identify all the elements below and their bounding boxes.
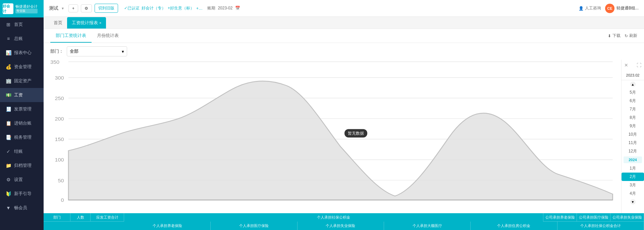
- tax-icon: 📑: [5, 135, 11, 140]
- month-item-10[interactable]: 10月: [622, 130, 644, 139]
- tab-salary-report[interactable]: 工资统计报表 ×: [67, 17, 106, 29]
- month-item-1[interactable]: 1月: [622, 164, 644, 173]
- salary-chart: 0 50 100 150 200 250 300 350: [50, 60, 617, 210]
- sidebar-item-ledger[interactable]: ≡ 总账: [0, 32, 44, 46]
- reports-icon: 📊: [5, 50, 11, 55]
- calendar-icon[interactable]: 📅: [235, 6, 240, 10]
- topbar-dropdown-icon[interactable]: ▾: [62, 6, 64, 11]
- th-personal-large-med: 个人承担大额医疗: [384, 222, 471, 230]
- month-item-3[interactable]: 3月: [622, 181, 644, 189]
- month-item-6[interactable]: 6月: [622, 97, 644, 105]
- chart-area-path: [68, 81, 612, 200]
- dept-filter-select[interactable]: 全部 ▾: [67, 46, 127, 56]
- panel-controls: ✕ ⛶: [622, 60, 644, 71]
- topbar-right: 👤 人工咨询 CE 轻捷通B组...: [579, 4, 639, 13]
- th-company-medical-label: 公司承担医疗保险: [579, 215, 608, 220]
- sidebar-item-salary[interactable]: 💵 工资: [0, 88, 44, 102]
- year-down-button[interactable]: ▼: [630, 199, 636, 204]
- sub-tab-dept-label: 部门工资统计表: [56, 33, 86, 38]
- tab-bar: 首页 工资统计报表 ×: [44, 17, 644, 29]
- sidebar-item-label: 资金管理: [14, 64, 32, 70]
- avatar-text: CE: [607, 6, 612, 10]
- sidebar-item-invoice[interactable]: 🧾 发票管理: [0, 102, 44, 116]
- month-item-4[interactable]: 4月: [622, 189, 644, 198]
- sidebar-item-member[interactable]: ▼ 畅会员: [0, 201, 44, 215]
- member-icon: ▼: [5, 205, 11, 211]
- download-icon: ⬇: [608, 34, 611, 38]
- period-label: 账期: [207, 6, 215, 10]
- year-2024-label[interactable]: 2024: [624, 156, 642, 163]
- sidebar-item-assets[interactable]: 🏢 固定资产: [0, 74, 44, 88]
- filter-label: 部门：: [50, 48, 63, 54]
- svg-text:300: 300: [55, 75, 64, 81]
- sub-tabs: 部门工资统计表 月份统计表 ⬇ 下载 ↻ 刷新: [44, 29, 644, 43]
- settings-button[interactable]: ⚙: [81, 4, 92, 12]
- sidebar-item-funds[interactable]: 💰 资金管理: [0, 60, 44, 74]
- ledger-icon: ≡: [5, 36, 11, 41]
- month-item-8[interactable]: 8月: [622, 113, 644, 122]
- user-menu[interactable]: CE 轻捷通B组...: [605, 4, 639, 13]
- logo-icon: 好会计: [3, 3, 13, 14]
- th-personal-unemp: 个人承担失业保险: [298, 222, 384, 230]
- tab-close-icon[interactable]: ×: [99, 21, 101, 25]
- topbar-status: ✓已认证 好会计（专） +好生意（标） +…: [124, 5, 203, 11]
- month-item-7[interactable]: 7月: [622, 105, 644, 113]
- sidebar-item-home[interactable]: ⊞ 首页: [0, 17, 44, 32]
- sub-tab-month[interactable]: 月份统计表: [92, 29, 124, 43]
- logo-text: 畅捷通好会计 专业版: [15, 4, 38, 13]
- sidebar-item-reports[interactable]: 📊 报表中心: [0, 46, 44, 60]
- topbar-period: 账期 2023-02 📅: [207, 5, 240, 11]
- year-nav-down: ▼: [622, 198, 644, 206]
- period-display-text: 2023.02: [626, 73, 640, 77]
- add-button[interactable]: +: [68, 4, 78, 12]
- th-personal-group: 个人承担社保公积金: [124, 213, 543, 222]
- table-header-row1: 部门 人数 应发工资合计 个人承担社保公积金 公司承担养老保险 公司承担医疗保险: [44, 213, 644, 222]
- help-label: 人工咨询: [585, 5, 601, 11]
- sidebar-item-label: 进销台账: [14, 120, 32, 126]
- sidebar-item-settle[interactable]: ✓ 结账: [0, 144, 44, 158]
- status-extra: +好生意（标）: [168, 5, 194, 11]
- month-item-12[interactable]: 12月: [622, 147, 644, 155]
- logo-name: 畅捷通好会计: [15, 4, 38, 9]
- refresh-button[interactable]: ↻ 刷新: [625, 33, 637, 39]
- help-button[interactable]: 👤 人工咨询: [579, 5, 601, 11]
- panel-close-icon[interactable]: ✕: [624, 62, 629, 68]
- th-count-label: 人数: [77, 215, 84, 220]
- sidebar-logo: 好会计 畅捷通好会计 专业版: [0, 0, 44, 17]
- side-panel: ✕ ⛶ 2023.02 ▲ 5月 6月 7月 8月 9月 10月 11月: [621, 60, 644, 213]
- year-up-button[interactable]: ▲: [630, 82, 636, 87]
- th-personal-pension-label: 个人承担养老保险: [153, 223, 182, 228]
- th-total-salary: 应发工资合计: [91, 213, 124, 222]
- sidebar-item-archive[interactable]: 📁 归档管理: [0, 158, 44, 173]
- filter-value: 全部: [70, 48, 78, 54]
- sales-icon: 📋: [5, 121, 11, 126]
- panel-expand-icon[interactable]: ⛶: [636, 62, 642, 68]
- home-icon: ⊞: [5, 22, 11, 27]
- svg-text:350: 350: [50, 60, 59, 65]
- sidebar-item-label: 新手引导: [14, 191, 32, 197]
- month-item-11[interactable]: 11月: [622, 139, 644, 147]
- old-version-button[interactable]: 切到旧版: [95, 4, 118, 13]
- sidebar-item-tax[interactable]: 📑 税务管理: [0, 130, 44, 144]
- th-count: 人数: [70, 213, 91, 222]
- refresh-icon: ↻: [625, 34, 628, 38]
- sidebar-item-label: 总账: [14, 36, 23, 42]
- tab-home[interactable]: 首页: [49, 17, 67, 29]
- th-total-salary-label: 应发工资合计: [96, 215, 118, 220]
- sidebar-item-sales[interactable]: 📋 进销台账: [0, 116, 44, 130]
- funds-icon: 💰: [5, 64, 11, 70]
- th-company-pension-label: 公司承担养老保险: [545, 215, 575, 220]
- sidebar-item-settings[interactable]: ⚙ 设置: [0, 173, 44, 187]
- sub-tab-month-label: 月份统计表: [97, 33, 119, 38]
- status-certified: ✓已认证: [124, 5, 140, 11]
- month-item-5[interactable]: 5月: [622, 88, 644, 97]
- download-button[interactable]: ⬇ 下载: [608, 33, 621, 39]
- th-company-pension: 公司承担养老保险: [543, 213, 577, 222]
- main-area: 测试 ▾ + ⚙ 切到旧版 ✓已认证 好会计（专） +好生意（标） +… 账期 …: [44, 0, 644, 230]
- sidebar-item-guide[interactable]: 🔰 新手引导: [0, 187, 44, 201]
- month-item-2-active[interactable]: 2月: [622, 173, 644, 181]
- sub-tab-dept[interactable]: 部门工资统计表: [50, 29, 92, 43]
- th-personal-large-med-label: 个人承担大额医疗: [413, 223, 442, 228]
- th-company-unemp-label: 公司承担失业保险: [612, 215, 642, 220]
- month-item-9[interactable]: 9月: [622, 122, 644, 130]
